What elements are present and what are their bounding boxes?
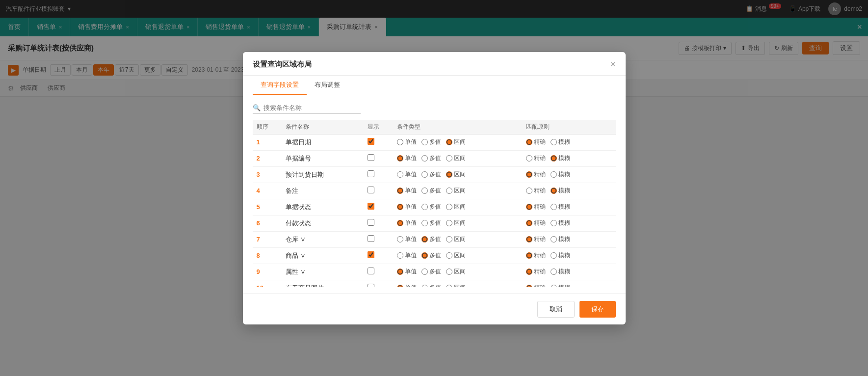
- dialog-overlay: 设置查询区域布局 × 查询字段设置 布局调整 🔍: [0, 0, 868, 97]
- dialog-tabs: 查询字段设置 布局调整: [243, 76, 626, 95]
- dialog-title: 设置查询区域布局: [253, 60, 312, 69]
- settings-dialog: 设置查询区域布局 × 查询字段设置 布局调整 🔍: [243, 52, 626, 97]
- dialog-header: 设置查询区域布局 ×: [243, 52, 626, 76]
- dialog-close-button[interactable]: ×: [610, 60, 616, 69]
- tab-query-fields[interactable]: 查询字段设置: [253, 76, 307, 95]
- dialog-body: 🔍 顺序 条件名称 显示 条件类型 匹配原则: [243, 95, 626, 97]
- tab-layout-adjust[interactable]: 布局调整: [307, 76, 348, 95]
